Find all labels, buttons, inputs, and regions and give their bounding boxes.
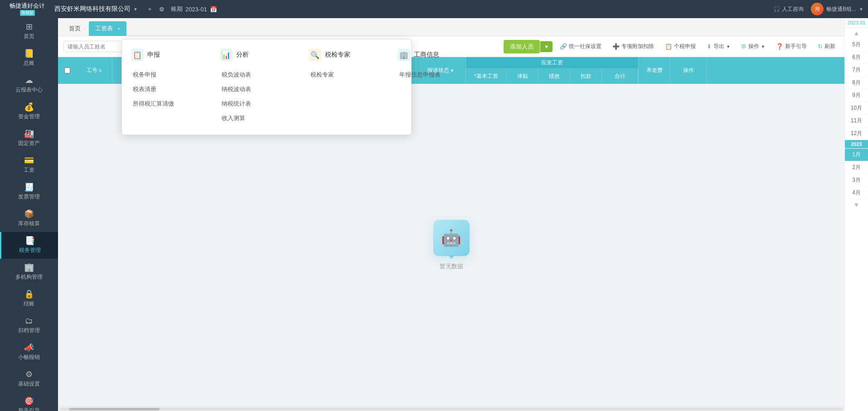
month-11[interactable]: 11月 <box>845 115 868 127</box>
tax-report-button[interactable]: 📋 个税申报 <box>661 41 699 52</box>
add-company-button[interactable]: ＋ <box>147 5 153 13</box>
company-selector[interactable]: 西安虾米网络科技有限公司 ▼ <box>54 5 138 13</box>
top-bar-right: 🎧 人工咨询 用 畅捷通B组... ▼ <box>773 3 863 15</box>
closing-icon: 🔒 <box>24 290 34 298</box>
th-id[interactable]: 工号 ⇅ <box>76 57 112 84</box>
section-zhuanjia-header: 🔍 税检专家 <box>309 48 372 61</box>
th-allowance[interactable]: 津贴 <box>507 69 538 84</box>
month-8[interactable]: 8月 <box>845 77 868 89</box>
dropdown-item-annual-report[interactable]: 年报信息申报表 <box>398 68 461 82</box>
scrollbar-thumb[interactable] <box>69 408 160 411</box>
month-7[interactable]: 7月 <box>845 64 868 77</box>
month-9[interactable]: 9月 <box>845 89 868 102</box>
special-icon: ➕ <box>612 43 620 50</box>
dropdown-section-shenbao: 📋 申报 税务申报 税表清册 所得税汇算清缴 <box>131 48 194 126</box>
month-10[interactable]: 10月 <box>845 102 868 115</box>
sidebar-item-closing[interactable]: 🔒 结账 <box>0 285 58 312</box>
dropdown-item-expert[interactable]: 税检专家 <box>309 68 372 82</box>
tab-close-icon[interactable]: × <box>117 26 120 31</box>
sidebar-item-tax[interactable]: 📑 税务管理 <box>0 232 58 259</box>
sidebar-item-settings[interactable]: ⚙ 基础设置 <box>0 366 58 392</box>
sidebar-item-cloud[interactable]: ☁ 云报表中心 <box>0 72 58 98</box>
empty-text: 暂无数据 <box>440 262 463 271</box>
zhuanjia-title: 税检专家 <box>325 51 350 59</box>
dropdown-item-tax-table[interactable]: 税表清册 <box>131 82 194 97</box>
settings-icon[interactable]: ⚙ <box>159 6 165 13</box>
sidebar-item-invoice[interactable]: 🧾 发票管理 <box>0 179 58 205</box>
export-button[interactable]: ⬇ 导出 ▼ <box>703 41 734 52</box>
sidebar-item-home[interactable]: ⊞ 首页 <box>0 18 58 45</box>
add-person-btn-group: 添加人员 ▼ <box>504 40 553 53</box>
dropdown-item-income-calc[interactable]: 收入测算 <box>220 111 283 126</box>
calendar-down-arrow[interactable]: ▼ <box>852 199 862 210</box>
sidebar-item-archive[interactable]: 🗂 归档管理 <box>0 312 58 339</box>
sidebar-label-salary: 工资 <box>24 166 34 174</box>
th-total[interactable]: 合计 <box>602 69 638 84</box>
user-avatar: 用 <box>811 3 824 15</box>
month-2[interactable]: 2月 <box>845 161 868 174</box>
th-base-salary[interactable]: *基本工资 <box>466 69 507 84</box>
refresh-button[interactable]: ↻ 刷新 <box>814 41 839 52</box>
tax-report-label: 个税申报 <box>674 43 696 50</box>
sidebar-label-home: 首页 <box>24 33 34 40</box>
sidebar-item-multi[interactable]: 🏢 多机构管理 <box>0 259 58 285</box>
tab-salary-label: 工资表 <box>95 25 113 32</box>
sidebar-label-cloud: 云报表中心 <box>15 86 43 94</box>
ops-button[interactable]: ⚙ 操作 ▼ <box>737 41 769 52</box>
refresh-label: 刷新 <box>824 43 835 50</box>
period-display: 账期 2023-01 📅 <box>171 5 217 13</box>
sidebar-item-assets[interactable]: 🏭 固定资产 <box>0 125 58 152</box>
select-all-checkbox[interactable] <box>64 68 70 73</box>
zhuanjia-icon: 🔍 <box>309 48 321 61</box>
th-checkbox[interactable] <box>58 57 76 84</box>
add-person-label: 添加人员 <box>510 43 533 51</box>
calendar-up-arrow[interactable]: ▲ <box>852 28 862 39</box>
dropdown-item-tax-annual[interactable]: 所得税汇算清缴 <box>131 97 194 111</box>
month-6[interactable]: 6月 <box>845 51 868 64</box>
sidebar-item-funds[interactable]: 💰 资金管理 <box>0 98 58 125</box>
inventory-icon: 📦 <box>24 210 34 218</box>
search-input[interactable] <box>68 44 122 50</box>
th-perf[interactable]: 绩效 <box>538 69 570 84</box>
tab-salary-table[interactable]: 工资表 × <box>89 21 126 36</box>
service-button[interactable]: 🎧 人工咨询 <box>773 5 804 13</box>
fenxi-title: 分析 <box>236 51 249 59</box>
sidebar-item-marketing[interactable]: 📣 小畅报销 <box>0 339 58 366</box>
sidebar-item-inventory[interactable]: 📦 库存核算 <box>0 205 58 232</box>
bottom-scrollbar[interactable] <box>58 406 844 411</box>
th-salary-cells: *基本工资 津贴 绩效 扣款 合计 <box>466 69 638 84</box>
sidebar-item-guide[interactable]: 🎯 新手引导 <box>0 392 58 411</box>
calendar-icon[interactable]: 📅 <box>210 6 217 13</box>
sidebar-label-guide: 新手引导 <box>18 407 40 411</box>
month-5[interactable]: 5月 <box>845 39 868 51</box>
content-area: 首页 工资表 × 🔍 添加人员 ▼ 🔗 统一社保设置 <box>58 18 844 411</box>
top-bar: 畅捷通好会计 旗舰版 西安虾米网络科技有限公司 ▼ ＋ ⚙ 账期 2023-01… <box>0 0 868 18</box>
dropdown-item-tax-report[interactable]: 税务申报 <box>131 68 194 82</box>
add-person-button[interactable]: 添加人员 <box>504 40 540 53</box>
social-insurance-button[interactable]: 🔗 统一社保设置 <box>556 41 605 52</box>
th-ops[interactable]: 操作 <box>670 57 707 84</box>
guide-button[interactable]: ❓ 新手引导 <box>772 41 810 52</box>
month-1[interactable]: 1月 <box>845 149 868 161</box>
sidebar-item-salary[interactable]: 💳 工资 <box>0 152 58 179</box>
dropdown-item-tax-change[interactable]: 纳税波动表 <box>220 82 283 97</box>
dropdown-item-tax-stats[interactable]: 纳税统计表 <box>220 97 283 111</box>
sidebar: ⊞ 首页 📒 总账 ☁ 云报表中心 💰 资金管理 🏭 固定资产 💳 工资 🧾 发… <box>0 18 58 411</box>
dropdown-item-tax-burden[interactable]: 税负波动表 <box>220 68 283 82</box>
add-person-dropdown-button[interactable]: ▼ <box>540 41 553 52</box>
sidebar-item-ledger[interactable]: 📒 总账 <box>0 45 58 72</box>
top-actions: ＋ ⚙ 账期 2023-01 📅 <box>147 5 217 13</box>
tab-home[interactable]: 首页 <box>63 21 87 36</box>
sidebar-label-assets: 固定资产 <box>18 140 40 147</box>
month-3[interactable]: 3月 <box>845 174 868 187</box>
th-pension[interactable]: 养老费 <box>639 57 670 84</box>
user-menu[interactable]: 用 畅捷通B组... ▼ <box>811 3 863 15</box>
salary-icon: 💳 <box>24 156 34 164</box>
refresh-icon: ↻ <box>818 43 823 50</box>
th-deduct[interactable]: 扣款 <box>570 69 602 84</box>
month-4[interactable]: 4月 <box>845 187 868 199</box>
tax-icon: 📑 <box>25 237 35 245</box>
th-salary-group: 应发工资 *基本工资 津贴 绩效 扣款 合计 <box>466 57 639 84</box>
special-deduction-button[interactable]: ➕ 专项附加扣除 <box>609 41 658 52</box>
month-12[interactable]: 12月 <box>845 127 868 140</box>
